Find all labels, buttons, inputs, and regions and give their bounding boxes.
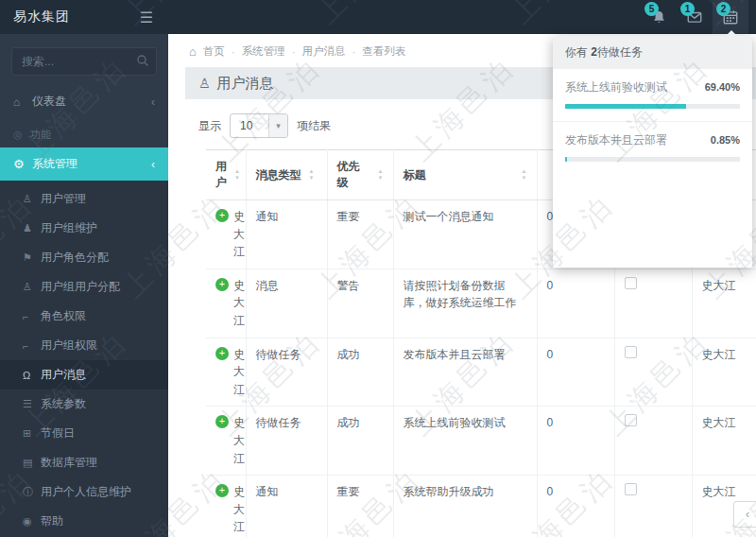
- user-name: 史大江: [233, 277, 245, 330]
- row-checkbox[interactable]: [625, 483, 637, 495]
- message-type-cell: 消息: [246, 268, 327, 338]
- submenu-label: 角色权限: [41, 308, 86, 324]
- sort-icon[interactable]: ▲▼: [522, 168, 527, 181]
- sidebar-submenu-item[interactable]: ⓘ 用户个人信息维护: [0, 477, 168, 507]
- logo-area: 易水集团 ☰: [0, 9, 168, 26]
- user-name: 史大江: [233, 208, 245, 261]
- submenu-label: 用户角色分配: [41, 250, 109, 266]
- user-name: 史大江: [233, 483, 245, 536]
- functions-icon: ◎: [13, 129, 30, 141]
- home-icon: ⌂: [13, 95, 32, 109]
- search-icon[interactable]: [136, 54, 149, 70]
- priority-cell: 重要: [327, 200, 393, 269]
- submenu-label: 用户组用户分配: [41, 279, 120, 295]
- row-checkbox[interactable]: [625, 346, 637, 358]
- breadcrumb-system-management[interactable]: 系统管理: [242, 44, 285, 59]
- expand-row-icon[interactable]: +: [215, 415, 229, 428]
- user-icon: ♙: [23, 193, 41, 205]
- sidebar-submenu-item[interactable]: ▤ 数据库管理: [0, 448, 168, 477]
- chevron-down-icon: ▾: [268, 114, 287, 137]
- table-row: + 史大江 待做任务 成功 系统上线前验收测试 0 史大江: [206, 407, 756, 476]
- submenu-label: 用户个人信息维护: [41, 484, 131, 500]
- sliders-icon: ☰: [23, 398, 41, 410]
- submenu-label: 帮助: [41, 513, 63, 529]
- sidebar-submenu-item[interactable]: ♙ 用户组用户分配: [0, 272, 168, 302]
- sidebar-submenu-item[interactable]: ⌐ 用户组权限: [0, 331, 168, 360]
- results-label: 项结果: [297, 118, 331, 134]
- user-plus-icon: ♙: [23, 281, 41, 293]
- key-icon: ⌐: [23, 311, 41, 322]
- app-logo: 易水集团: [13, 9, 70, 26]
- hamburger-menu-icon[interactable]: ☰: [140, 9, 153, 26]
- task-item[interactable]: 系统上线前验收测试 69.40%: [553, 69, 752, 121]
- sidebar-search: [11, 47, 157, 76]
- message-title-cell: 请按照计划备份数据库，做好系统运维工作: [393, 268, 537, 338]
- sidebar-item-dashboard[interactable]: ⌂ 仪表盘 ‹: [0, 85, 168, 118]
- users-icon: ♟: [23, 222, 41, 234]
- row-checkbox[interactable]: [625, 277, 637, 289]
- count-cell: 0: [537, 407, 614, 476]
- sort-icon[interactable]: ▲▼: [234, 168, 240, 181]
- sidebar-submenu-item[interactable]: ⌐ 角色权限: [0, 302, 168, 331]
- sort-icon[interactable]: ▲▼: [378, 168, 384, 181]
- expand-row-icon[interactable]: +: [215, 484, 229, 497]
- tasks-dropdown-panel: 你有 2待做任务 系统上线前验收测试 69.40% 发布版本并且云部署 0.85…: [553, 36, 752, 268]
- recipient-cell: 史大江: [692, 338, 756, 407]
- pager-prev-button[interactable]: ‹: [733, 501, 756, 528]
- page-size-select[interactable]: 10 ▾: [230, 113, 288, 138]
- submenu-label: 节假日: [41, 425, 75, 442]
- submenu-label: 用户管理: [41, 191, 86, 207]
- mail-badge: 1: [680, 2, 695, 16]
- breadcrumb-home[interactable]: 首页: [203, 44, 225, 59]
- expand-row-icon[interactable]: +: [215, 347, 229, 360]
- sidebar-submenu-item[interactable]: ♟ 用户组维护: [0, 214, 168, 243]
- breadcrumb-view-list[interactable]: 查看列表: [362, 44, 405, 59]
- message-type-cell: 通知: [246, 476, 327, 537]
- progress-bar: [565, 157, 740, 162]
- recipient-cell: 史大江: [692, 268, 756, 338]
- submenu-label: 用户消息: [41, 367, 86, 383]
- calendar-icon: ⊞: [23, 427, 41, 440]
- recipient-cell: 史大江: [692, 407, 756, 476]
- message-title-cell: 系统上线前验收测试: [393, 407, 537, 476]
- table-row: + 史大江 通知 重要 系统帮助升级成功 0 史大江: [206, 476, 756, 537]
- sidebar-submenu-item[interactable]: ☰ 系统参数: [0, 390, 168, 419]
- expand-row-icon[interactable]: +: [215, 209, 229, 222]
- count-cell: 0: [537, 268, 614, 338]
- submenu-label: 用户组权限: [41, 338, 97, 354]
- bell-icon[interactable]: 5: [641, 0, 677, 34]
- progress-bar: [565, 104, 740, 109]
- col-header-user[interactable]: 用户▲▼: [206, 150, 246, 200]
- priority-cell: 成功: [327, 407, 393, 476]
- sidebar-group-system-management[interactable]: ⚙ 系统管理 ‹: [0, 147, 168, 181]
- submenu-label: 系统参数: [41, 396, 86, 412]
- sidebar-submenu-item[interactable]: Ω 用户消息: [0, 360, 168, 390]
- sidebar-submenu-item[interactable]: ♙ 用户管理: [0, 184, 168, 214]
- breadcrumb-user-messages[interactable]: 用户消息: [302, 44, 346, 59]
- table-row: + 史大江 消息 警告 请按照计划备份数据库，做好系统运维工作 0 史大江: [206, 268, 756, 338]
- sidebar-submenu-item[interactable]: ◉ 帮助: [0, 507, 168, 536]
- gear-icon: ⚙: [13, 157, 32, 171]
- message-type-cell: 待做任务: [246, 338, 327, 407]
- col-header-priority[interactable]: 优先级▲▼: [327, 150, 393, 200]
- sidebar-submenu-item[interactable]: ⚑ 用户角色分配: [0, 243, 168, 272]
- col-header-title[interactable]: 标题▲▼: [393, 150, 537, 200]
- col-header-message-type[interactable]: 消息类型▲▼: [246, 150, 327, 200]
- help-icon: ◉: [23, 515, 41, 528]
- expand-row-icon[interactable]: +: [215, 278, 229, 291]
- topbar-notifications: 5 1 2: [641, 0, 748, 34]
- task-item[interactable]: 发布版本并且云部署 0.85%: [553, 121, 752, 174]
- sort-icon[interactable]: ▲▼: [309, 168, 315, 181]
- priority-cell: 警告: [327, 268, 393, 338]
- mail-icon[interactable]: 1: [677, 0, 713, 34]
- message-title-cell: 测试一个消息通知: [393, 200, 537, 269]
- submenu-label: 数据库管理: [41, 455, 97, 471]
- search-input[interactable]: [11, 47, 157, 76]
- sidebar-submenu-item[interactable]: ⊞ 节假日: [0, 419, 168, 448]
- row-checkbox[interactable]: [625, 414, 637, 426]
- message-title-cell: 发布版本并且云部署: [393, 338, 537, 407]
- sidebar-submenu: ♙ 用户管理 ♟ 用户组维护 ⚑ 用户角色分配 ♙ 用户组用户分配 ⌐ 角色权限…: [0, 181, 168, 537]
- progress-fill: [565, 157, 567, 162]
- submenu-label: 用户组维护: [41, 220, 97, 236]
- calendar-icon[interactable]: 2: [713, 0, 748, 34]
